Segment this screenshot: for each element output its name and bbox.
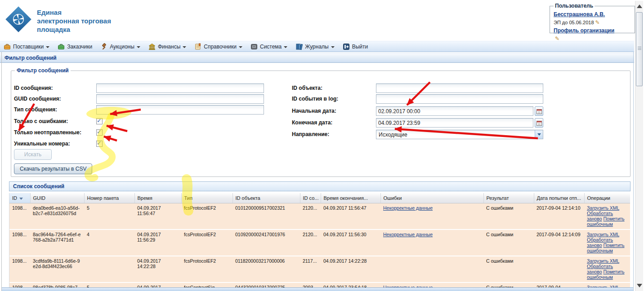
- table-row[interactable]: 1098... dea0bed6-ea10-a56d-b2c7-e831d326…: [9, 203, 630, 229]
- filter-fieldset: Фильтр сообщений ID сообщения: GUID сооб…: [11, 67, 631, 177]
- start-date-input[interactable]: [376, 106, 533, 116]
- edit-signature-icon[interactable]: ✎: [595, 19, 600, 26]
- scrollbar-grip: [638, 47, 641, 50]
- message-id-input[interactable]: [96, 84, 264, 93]
- direction-selected-value: Исходящие: [379, 132, 407, 138]
- col-header-packet[interactable]: Номер пакета: [84, 193, 134, 203]
- gavel-icon: [100, 43, 107, 50]
- start-date-calendar-button[interactable]: [535, 106, 543, 116]
- end-date-calendar-button[interactable]: [535, 118, 543, 128]
- col-header-operations[interactable]: Операции: [584, 193, 630, 203]
- col-header-time[interactable]: Время: [134, 193, 181, 203]
- download-csv-button[interactable]: Скачать результаты в CSV: [14, 163, 92, 174]
- menu-label: Выйти: [352, 44, 368, 50]
- op-load-xml-link[interactable]: Загрузить XML: [587, 205, 619, 211]
- op-load-xml-link[interactable]: Загрузить XML: [587, 232, 619, 237]
- label-message-guid: GUID сообщения:: [14, 94, 61, 104]
- menu-item-directories[interactable]: Справочники: [194, 43, 242, 50]
- briefcase-orange-icon: [4, 43, 11, 50]
- menu-item-logout[interactable]: Выйти: [343, 43, 368, 50]
- chevron-down-icon: [137, 46, 140, 48]
- table-row[interactable]: 1098... 8ac9644a-7264-e6ef-e768-a2b2a774…: [9, 229, 630, 256]
- label-start-date: Начальная дата:: [292, 106, 336, 116]
- user-name-link[interactable]: Бесстрашнова А.В.: [554, 11, 605, 18]
- menu-label: Финансы: [158, 44, 180, 50]
- label-object-id: ID объекта:: [292, 84, 322, 93]
- grid-panel-title: Список сообщений: [13, 183, 64, 190]
- menu-label: Справочники: [204, 44, 237, 50]
- label-log-event-id: ID события в log:: [292, 94, 338, 104]
- col-header-object-id[interactable]: ID объекта: [233, 193, 300, 203]
- scroll-down-arrow-icon[interactable]: [637, 284, 642, 287]
- main-menu: Поставщики Заказчики Аукционы Финансы: [0, 41, 634, 52]
- log-event-id-input[interactable]: [376, 94, 543, 104]
- col-header-type[interactable]: Тип: [181, 193, 233, 203]
- messages-grid: ID GUID Номер пакета Время Тип ID объект…: [9, 193, 630, 291]
- user-panel: Пользователь Бесстрашнова А.В. ЭП до 05.…: [550, 3, 635, 33]
- app-header: Единая электронная торговая площадка Пол…: [0, 0, 634, 41]
- journals-icon: [295, 43, 303, 50]
- search-button[interactable]: Искать: [14, 149, 52, 160]
- chevron-down-icon: [284, 46, 287, 48]
- chevron-down-icon: [239, 46, 242, 48]
- col-header-attempt-date[interactable]: Дата попытки отп...: [534, 193, 584, 203]
- end-date-input[interactable]: [376, 118, 533, 128]
- label-message-id: ID сообщения:: [14, 84, 53, 93]
- filter-legend: Фильтр сообщений: [15, 67, 71, 74]
- col-header-guid[interactable]: GUID: [30, 193, 84, 203]
- menu-item-auctions[interactable]: Аукционы: [100, 43, 140, 50]
- message-type-input[interactable]: [96, 105, 264, 115]
- briefcase-green-icon: [58, 43, 65, 50]
- menu-item-finances[interactable]: Финансы: [148, 43, 186, 50]
- col-header-result[interactable]: Результат: [483, 193, 534, 203]
- system-icon: [250, 43, 258, 50]
- direction-select[interactable]: Исходящие: [376, 130, 543, 139]
- calendar-icon: [537, 120, 542, 126]
- menu-label: Аукционы: [110, 44, 134, 50]
- menu-label: Журналы: [305, 44, 328, 50]
- col-header-id[interactable]: ID: [9, 193, 30, 203]
- scrollbar-thumb[interactable]: [636, 12, 643, 86]
- page-title-bar: Фильтр сообщений: [0, 53, 634, 63]
- label-end-date: Конечная дата:: [292, 118, 332, 128]
- brand-logo[interactable]: Единая электронная торговая площадка: [4, 5, 111, 34]
- chevron-down-icon: [46, 46, 49, 48]
- chevron-down-icon: [537, 133, 541, 136]
- exit-icon: [343, 43, 350, 50]
- col-header-errors[interactable]: Ошибки: [380, 193, 483, 203]
- page-border-left: [1, 52, 2, 291]
- page-border-right: [633, 52, 634, 291]
- only-errors-checkbox[interactable]: ✓: [96, 118, 103, 124]
- label-message-type: Тип сообщения:: [14, 105, 57, 115]
- col-header-end-time[interactable]: Время окончания...: [321, 193, 380, 203]
- sort-desc-icon: [19, 198, 23, 200]
- menu-label: Заказчики: [67, 44, 92, 50]
- menu-item-customers[interactable]: Заказчики: [58, 43, 92, 50]
- col-header-event-id[interactable]: ID со...: [300, 193, 321, 203]
- vertical-scrollbar[interactable]: [635, 1, 643, 291]
- calendar-icon: [537, 109, 542, 114]
- only-unsent-checkbox[interactable]: ✓: [96, 129, 103, 136]
- signature-validity: ЭП до 05.06.2018: [554, 20, 594, 25]
- unique-numbers-checkbox[interactable]: ✓: [96, 141, 103, 147]
- page-title: Фильтр сообщений: [4, 55, 57, 61]
- menu-item-suppliers[interactable]: Поставщики: [4, 43, 49, 50]
- pager-bar: [2, 287, 633, 291]
- grid-panel-header: Список сообщений: [9, 181, 631, 191]
- error-details-link[interactable]: Некорректные данные: [383, 205, 433, 211]
- op-load-xml-link[interactable]: Загрузить XML: [587, 258, 619, 264]
- user-panel-legend: Пользователь: [554, 3, 595, 9]
- message-guid-input[interactable]: [96, 94, 264, 104]
- brand-title: Единая электронная торговая площадка: [37, 5, 111, 34]
- org-profile-link[interactable]: Профиль организации: [554, 27, 614, 34]
- object-id-input[interactable]: [376, 84, 543, 93]
- menu-item-journals[interactable]: Журналы: [295, 43, 334, 50]
- table-row[interactable]: 1098... 3cdfda9b-8111-6d6e-9e2d-8d34f423…: [9, 256, 630, 282]
- grid-header-row: ID GUID Номер пакета Время Тип ID объект…: [9, 193, 630, 203]
- brand-logo-icon: [4, 5, 32, 34]
- scroll-up-arrow-icon[interactable]: [637, 4, 642, 8]
- chevron-down-icon: [183, 46, 186, 48]
- menu-item-system[interactable]: Система: [250, 43, 287, 50]
- error-details-link[interactable]: Некорректные данные: [383, 232, 433, 237]
- select-trigger-button[interactable]: [535, 130, 543, 139]
